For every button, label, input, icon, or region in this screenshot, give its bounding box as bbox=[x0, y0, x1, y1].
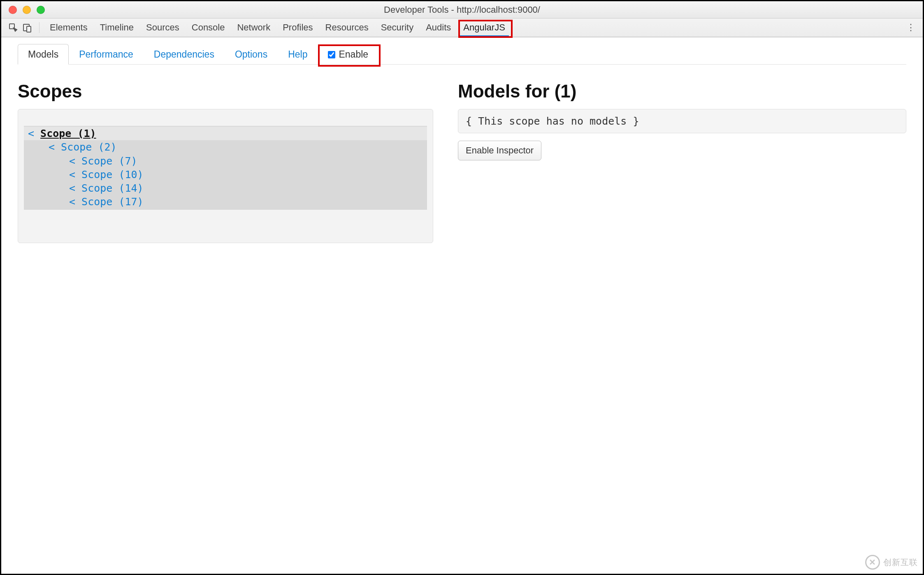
traffic-lights bbox=[1, 6, 45, 14]
chevron-left-icon: < bbox=[49, 141, 61, 153]
scopes-title: Scopes bbox=[18, 81, 433, 102]
subtab-options[interactable]: Options bbox=[225, 44, 278, 65]
scope-row[interactable]: < Scope (17) bbox=[24, 195, 427, 209]
subtab-performance-label: Performance bbox=[79, 49, 133, 60]
scope-row[interactable]: < Scope (1) bbox=[24, 127, 427, 140]
scope-row[interactable]: < Scope (7) bbox=[24, 154, 427, 168]
device-toolbar-icon[interactable] bbox=[21, 21, 33, 34]
enable-checkbox[interactable] bbox=[328, 51, 335, 58]
chevron-left-icon: < bbox=[69, 169, 81, 181]
chevron-left-icon: < bbox=[69, 182, 81, 194]
tab-timeline[interactable]: Timeline bbox=[94, 19, 140, 37]
enable-inspector-button[interactable]: Enable Inspector bbox=[458, 141, 541, 160]
scope-row[interactable]: < Scope (14) bbox=[24, 181, 427, 195]
tab-elements[interactable]: Elements bbox=[44, 19, 94, 37]
chevron-left-icon: < bbox=[28, 128, 40, 139]
window-title: Developer Tools - http://localhost:9000/ bbox=[1, 5, 923, 15]
subtab-dependencies-label: Dependencies bbox=[154, 49, 214, 60]
models-title: Models for (1) bbox=[458, 81, 906, 102]
scopes-panel: Scopes < Scope (1)< Scope (2)< Scope (7)… bbox=[18, 81, 433, 243]
svg-rect-2 bbox=[27, 26, 31, 32]
tab-console-label: Console bbox=[192, 22, 225, 33]
inspect-element-icon[interactable] bbox=[7, 21, 19, 34]
subtab-options-label: Options bbox=[235, 49, 267, 60]
chevron-left-icon: < bbox=[69, 155, 81, 167]
maximize-window-button[interactable] bbox=[37, 6, 45, 14]
tab-sources-label: Sources bbox=[146, 22, 179, 33]
subtab-models-label: Models bbox=[28, 49, 58, 60]
subtab-help-label: Help bbox=[288, 49, 307, 60]
window-titlebar: Developer Tools - http://localhost:9000/ bbox=[1, 1, 923, 19]
tab-network-label: Network bbox=[237, 22, 270, 33]
watermark: ✕ 创新互联 bbox=[865, 555, 918, 570]
tab-security-label: Security bbox=[381, 22, 413, 33]
scope-link[interactable]: Scope (1) bbox=[40, 128, 96, 139]
tab-elements-label: Elements bbox=[50, 22, 88, 33]
scope-link[interactable]: Scope (14) bbox=[81, 182, 144, 194]
tab-timeline-label: Timeline bbox=[100, 22, 134, 33]
tab-angularjs-label: AngularJS bbox=[463, 22, 505, 33]
toolbar-separator bbox=[39, 22, 39, 33]
watermark-icon: ✕ bbox=[865, 555, 880, 570]
tab-audits-label: Audits bbox=[426, 22, 451, 33]
scope-row[interactable]: < Scope (10) bbox=[24, 168, 427, 181]
scope-link[interactable]: Scope (7) bbox=[81, 155, 137, 167]
tab-sources[interactable]: Sources bbox=[140, 19, 186, 37]
scope-link[interactable]: Scope (17) bbox=[81, 196, 144, 208]
scopes-tree-box: < Scope (1)< Scope (2)< Scope (7)< Scope… bbox=[18, 109, 433, 243]
tab-resources-label: Resources bbox=[325, 22, 369, 33]
scope-link[interactable]: Scope (2) bbox=[61, 141, 116, 153]
close-window-button[interactable] bbox=[9, 6, 17, 14]
chevron-left-icon: < bbox=[69, 196, 81, 208]
models-panel: Models for (1) { This scope has no model… bbox=[458, 81, 906, 243]
subtab-performance[interactable]: Performance bbox=[69, 44, 144, 65]
subtab-models[interactable]: Models bbox=[18, 44, 69, 65]
minimize-window-button[interactable] bbox=[23, 6, 31, 14]
scope-row[interactable]: < Scope (2) bbox=[24, 140, 427, 154]
tab-profiles-label: Profiles bbox=[283, 22, 313, 33]
subtab-help[interactable]: Help bbox=[278, 44, 318, 65]
tab-security[interactable]: Security bbox=[375, 19, 420, 37]
tab-angularjs[interactable]: AngularJS bbox=[457, 19, 511, 37]
devtools-main-tabs: Elements Timeline Sources Console Networ… bbox=[1, 19, 923, 37]
models-empty-message: { This scope has no models } bbox=[458, 109, 906, 133]
subtab-enable[interactable]: Enable bbox=[318, 44, 378, 65]
tab-console[interactable]: Console bbox=[186, 19, 231, 37]
tab-resources[interactable]: Resources bbox=[319, 19, 375, 37]
tab-network[interactable]: Network bbox=[231, 19, 276, 37]
subtab-enable-label: Enable bbox=[339, 49, 368, 60]
scope-link[interactable]: Scope (10) bbox=[81, 169, 144, 181]
tab-audits[interactable]: Audits bbox=[420, 19, 457, 37]
angularjs-subtabs: Models Performance Dependencies Options … bbox=[18, 44, 906, 65]
more-options-icon[interactable]: ⋮ bbox=[906, 26, 915, 29]
subtab-dependencies[interactable]: Dependencies bbox=[144, 44, 225, 65]
scope-tree: < Scope (1)< Scope (2)< Scope (7)< Scope… bbox=[24, 126, 427, 210]
watermark-text: 创新互联 bbox=[883, 557, 918, 568]
tab-profiles[interactable]: Profiles bbox=[276, 19, 319, 37]
angularjs-panel: Models Performance Dependencies Options … bbox=[1, 37, 923, 243]
